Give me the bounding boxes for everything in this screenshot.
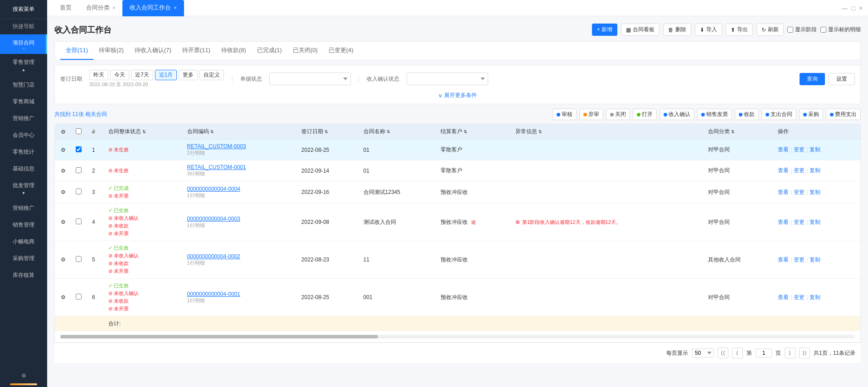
expand-conditions-btn[interactable]: ∨ 展开更多条件 (438, 92, 477, 99)
edit-btn[interactable]: 变更 (794, 167, 805, 174)
row-setting[interactable]: ⚙ (55, 160, 71, 181)
row-setting[interactable]: ⚙ (55, 140, 71, 160)
open-btn[interactable]: 打开 (633, 109, 657, 120)
sidebar-item-retail-mall[interactable]: 零售商城 (0, 93, 47, 110)
status-tab-all[interactable]: 全部(11) (60, 42, 93, 60)
edit-btn[interactable]: 变更 (794, 294, 805, 301)
prev-page-btn[interactable]: ⟨ (732, 348, 743, 358)
show-fields-input[interactable] (787, 27, 793, 33)
row-checkbox[interactable] (71, 279, 87, 316)
col-sign-date[interactable]: 签订日期 ⇅ (297, 124, 359, 140)
sidebar-item-retail-mgmt[interactable]: 零售管理 ▲ (0, 54, 47, 77)
export-button[interactable]: ⬆ 导出 (726, 24, 753, 36)
tab-contract-category[interactable]: 合同分类 × (79, 0, 122, 16)
review-btn[interactable]: 审核 (553, 109, 577, 120)
contract-code-link[interactable]: 0000000000004-0002 (187, 253, 240, 260)
row-setting[interactable]: ⚙ (55, 203, 71, 241)
last-page-btn[interactable]: ⟩⟩ (799, 348, 810, 358)
status-tab-pending-review[interactable]: 待审核(2) (93, 42, 129, 60)
refresh-button[interactable]: ↻ 刷新 (756, 24, 784, 36)
board-button[interactable]: ▦ 合同看板 (621, 24, 659, 36)
sidebar-item-sales-mgmt[interactable]: 销售管理 (0, 217, 47, 233)
show-detail-input[interactable] (820, 27, 826, 33)
show-fields-checkbox[interactable]: 显示阶段 (787, 26, 817, 34)
minimize-icon[interactable]: — (841, 5, 848, 12)
select-all-checkbox[interactable] (76, 128, 82, 134)
row-checkbox[interactable] (71, 160, 87, 181)
edit-btn[interactable]: 变更 (794, 189, 805, 196)
query-button[interactable]: 查询 (800, 73, 825, 85)
contract-code-link[interactable]: RETAIL_CUSTOM-0001 (187, 164, 246, 170)
maximize-icon[interactable]: □ (851, 5, 855, 12)
status-tab-changed[interactable]: 已变更(4) (323, 42, 359, 60)
filter-custom[interactable]: 自定义 (199, 70, 224, 80)
sidebar-item-inventory[interactable]: 库存核算 (0, 267, 47, 284)
income-confirm-select[interactable] (407, 73, 488, 85)
tab-home[interactable]: 首页 (53, 0, 79, 16)
sidebar-item-marketing[interactable]: 营销推广 (0, 110, 47, 127)
sales-invoice-btn[interactable]: 销售发票 (697, 109, 732, 120)
first-page-btn[interactable]: ⟨⟨ (718, 348, 728, 358)
close-btn[interactable]: 关闭 (606, 109, 630, 120)
abandon-btn[interactable]: 弃审 (579, 109, 603, 120)
import-button[interactable]: ⬇ 导入 (695, 24, 722, 36)
page-number-input[interactable] (756, 348, 772, 358)
sidebar-item-base-info[interactable]: 基础信息 (0, 160, 47, 177)
edit-btn[interactable]: 变更 (794, 146, 805, 154)
status-tab-completed[interactable]: 已完成(1) (252, 42, 287, 60)
status-tab-closed[interactable]: 已关闭(0) (287, 42, 323, 60)
delete-button[interactable]: 🗑 删除 (663, 24, 691, 36)
next-page-btn[interactable]: ⟩ (785, 348, 795, 358)
tab-close-contract-category[interactable]: × (112, 5, 115, 10)
col-contract-name[interactable]: 合同名称 ⇅ (359, 124, 436, 140)
view-btn[interactable]: 查看 (778, 146, 789, 154)
copy-btn[interactable]: 复制 (810, 146, 820, 154)
copy-btn[interactable]: 复制 (810, 256, 820, 264)
add-button[interactable]: + 新增 (592, 24, 617, 36)
row-setting[interactable]: ⚙ (55, 279, 71, 316)
payout-contract-btn[interactable]: 支出合同 (761, 109, 796, 120)
show-detail-checkbox[interactable]: 显示标的明细 (820, 26, 861, 34)
contract-code-link[interactable]: 0000000000004-0004 (187, 186, 240, 192)
row-setting[interactable]: ⚙ (55, 181, 71, 203)
horizontal-scrollbar[interactable] (60, 335, 855, 339)
view-btn[interactable]: 查看 (778, 189, 789, 196)
col-checkbox[interactable] (71, 124, 87, 140)
sidebar-item-project[interactable]: 项目合同 (0, 34, 47, 54)
copy-btn[interactable]: 复制 (810, 189, 820, 196)
row-setting[interactable]: ⚙ (55, 241, 71, 279)
status-tab-pending-income[interactable]: 待收入确认(7) (129, 42, 177, 60)
view-btn[interactable]: 查看 (778, 167, 789, 174)
tab-income-contract[interactable]: 收入合同工作台 × (122, 0, 184, 16)
sidebar-item-purchase-mgmt[interactable]: 采购管理 (0, 250, 47, 267)
sidebar-item-member[interactable]: 会员中心 (0, 127, 47, 144)
filter-today[interactable]: 今天 (110, 70, 129, 80)
sidebar-item-smart-store[interactable]: 智慧门店 (0, 77, 47, 93)
contract-code-link[interactable]: RETAIL_CUSTOM-0003 (187, 143, 246, 150)
income-confirm-btn[interactable]: 收入确认 (659, 109, 694, 120)
filter-yesterday[interactable]: 昨天 (89, 70, 108, 80)
row-checkbox[interactable] (71, 181, 87, 203)
row-checkbox[interactable] (71, 140, 87, 160)
per-page-select[interactable]: 50 10 20 100 (692, 348, 714, 358)
status-tab-pending-invoice[interactable]: 待开票(11) (177, 42, 216, 60)
col-customer[interactable]: 结算客户 ⇅ (436, 124, 511, 140)
view-btn[interactable]: 查看 (778, 218, 789, 226)
col-error-info[interactable]: 异常信息 ⇅ (511, 124, 703, 140)
sidebar-settings-btn[interactable]: ⚙ (0, 368, 47, 383)
settings-button[interactable]: 设置 (829, 73, 855, 85)
col-contract-code[interactable]: 合同编码 ⇅ (183, 124, 297, 140)
close-icon[interactable]: × (859, 5, 863, 12)
copy-btn[interactable]: 复制 (810, 218, 820, 226)
status-tab-pending-payment[interactable]: 待收款(8) (216, 42, 252, 60)
sidebar-item-retail-stats[interactable]: 零售统计 (0, 144, 47, 160)
filter-last1month[interactable]: 近1月 (155, 70, 177, 80)
doc-status-select[interactable] (269, 73, 351, 85)
edit-btn[interactable]: 变更 (794, 256, 805, 264)
contract-code-link[interactable]: 0000000000004-0001 (187, 291, 240, 297)
filter-more[interactable]: 更多 (179, 70, 198, 80)
sidebar-item-xiaochangec[interactable]: 小畅电商 (0, 233, 47, 250)
view-btn[interactable]: 查看 (778, 294, 789, 301)
sidebar-quicknav[interactable]: 快捷导航 (0, 19, 47, 34)
contract-code-link[interactable]: 0000000000004-0003 (187, 216, 240, 222)
